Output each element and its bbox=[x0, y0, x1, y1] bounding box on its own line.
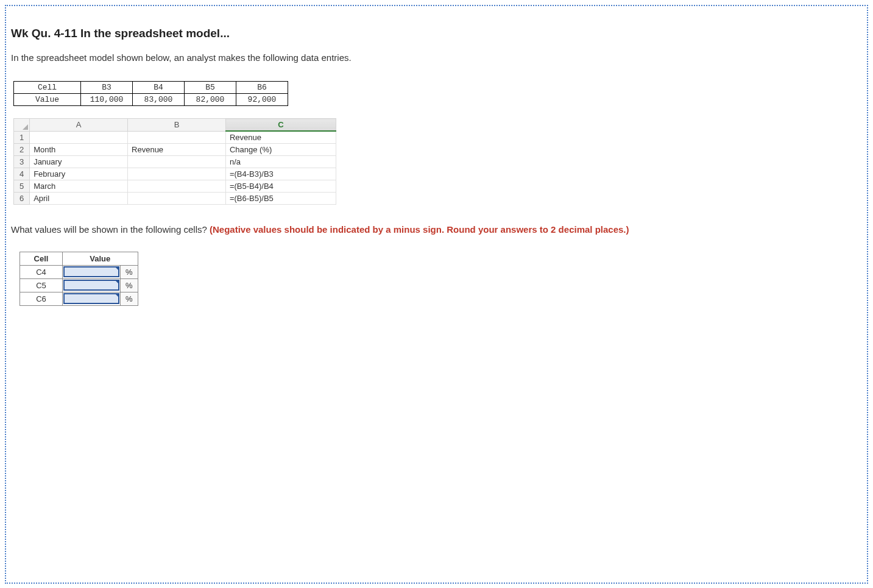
cell: Change (%) bbox=[225, 144, 336, 156]
excel-row: 1 Revenue bbox=[14, 131, 336, 144]
cell-value: 110,000 bbox=[81, 94, 133, 106]
cell bbox=[128, 180, 226, 193]
row-number: 1 bbox=[14, 131, 30, 144]
prompt-instruction: (Negative values should be indicated by … bbox=[210, 224, 629, 235]
excel-row: 4 February =(B4-B3)/B3 bbox=[14, 168, 336, 180]
percent-label: % bbox=[121, 278, 138, 292]
excel-grid: A B C 1 Revenue 2 Month Revenue Change (… bbox=[13, 118, 336, 205]
answer-row: C5 % bbox=[20, 278, 138, 292]
data-entry-table: Cell B3 B4 B5 B6 Value 110,000 83,000 82… bbox=[13, 81, 288, 106]
percent-label: % bbox=[121, 265, 138, 278]
answer-cell-ref: C6 bbox=[20, 292, 63, 305]
excel-row: 3 January n/a bbox=[14, 156, 336, 168]
answer-header-value: Value bbox=[63, 252, 138, 265]
col-header-a: A bbox=[30, 119, 128, 132]
answer-header-row: Cell Value bbox=[20, 252, 138, 265]
cell: April bbox=[30, 193, 128, 205]
input-field[interactable] bbox=[63, 266, 119, 277]
cell bbox=[128, 193, 226, 205]
cell-value: 92,000 bbox=[236, 94, 288, 106]
answer-header-cell: Cell bbox=[20, 252, 63, 265]
answer-input-c5[interactable] bbox=[63, 278, 121, 292]
row-number: 3 bbox=[14, 156, 30, 168]
cell: February bbox=[30, 168, 128, 180]
cell-value: 82,000 bbox=[185, 94, 236, 106]
corner-triangle-icon bbox=[23, 124, 28, 130]
cell: =(B4-B3)/B3 bbox=[225, 168, 336, 180]
select-all-corner bbox=[14, 119, 30, 132]
question-title: Wk Qu. 4-11 In the spreadsheet model... bbox=[9, 9, 864, 52]
cell: Revenue bbox=[225, 131, 336, 144]
table-row: Value 110,000 83,000 82,000 92,000 bbox=[14, 94, 288, 106]
percent-label: % bbox=[121, 292, 138, 305]
cell-ref: B6 bbox=[236, 82, 288, 94]
cell-ref: B3 bbox=[81, 82, 133, 94]
cell: Month bbox=[30, 144, 128, 156]
cell-ref: B5 bbox=[185, 82, 236, 94]
cell: Revenue bbox=[128, 144, 226, 156]
table-row: Cell B3 B4 B5 B6 bbox=[14, 82, 288, 94]
prompt-lead: What values will be shown in the followi… bbox=[11, 224, 210, 235]
row-number: 4 bbox=[14, 168, 30, 180]
cell: n/a bbox=[225, 156, 336, 168]
question-container: Wk Qu. 4-11 In the spreadsheet model... … bbox=[5, 5, 868, 584]
cell bbox=[30, 131, 128, 144]
cell bbox=[128, 131, 226, 144]
input-field[interactable] bbox=[63, 280, 119, 291]
row-number: 2 bbox=[14, 144, 30, 156]
cell-ref: B4 bbox=[133, 82, 185, 94]
col-header-c: C bbox=[225, 119, 336, 132]
intro-text: In the spreadsheet model shown below, an… bbox=[9, 52, 864, 81]
answer-table: Cell Value C4 % C5 % C6 % bbox=[19, 252, 138, 306]
answer-input-c4[interactable] bbox=[63, 265, 121, 278]
answer-row: C4 % bbox=[20, 265, 138, 278]
excel-row: 6 April =(B6-B5)/B5 bbox=[14, 193, 336, 205]
row-number: 6 bbox=[14, 193, 30, 205]
cell-header-label: Cell bbox=[14, 82, 81, 94]
excel-row: 5 March =(B5-B4)/B4 bbox=[14, 180, 336, 193]
excel-row: 2 Month Revenue Change (%) bbox=[14, 144, 336, 156]
answer-input-c6[interactable] bbox=[63, 292, 121, 305]
row-number: 5 bbox=[14, 180, 30, 193]
value-header-label: Value bbox=[14, 94, 81, 106]
cell bbox=[128, 168, 226, 180]
excel-screenshot: A B C 1 Revenue 2 Month Revenue Change (… bbox=[13, 118, 336, 205]
col-header-b: B bbox=[128, 119, 226, 132]
cell: March bbox=[30, 180, 128, 193]
cell bbox=[128, 156, 226, 168]
cell: =(B6-B5)/B5 bbox=[225, 193, 336, 205]
excel-header-row: A B C bbox=[14, 119, 336, 132]
cell: January bbox=[30, 156, 128, 168]
cell-value: 83,000 bbox=[133, 94, 185, 106]
answer-cell-ref: C5 bbox=[20, 278, 63, 292]
cell: =(B5-B4)/B4 bbox=[225, 180, 336, 193]
answer-cell-ref: C4 bbox=[20, 265, 63, 278]
answer-row: C6 % bbox=[20, 292, 138, 305]
question-prompt: What values will be shown in the followi… bbox=[9, 223, 864, 239]
input-field[interactable] bbox=[63, 293, 119, 304]
